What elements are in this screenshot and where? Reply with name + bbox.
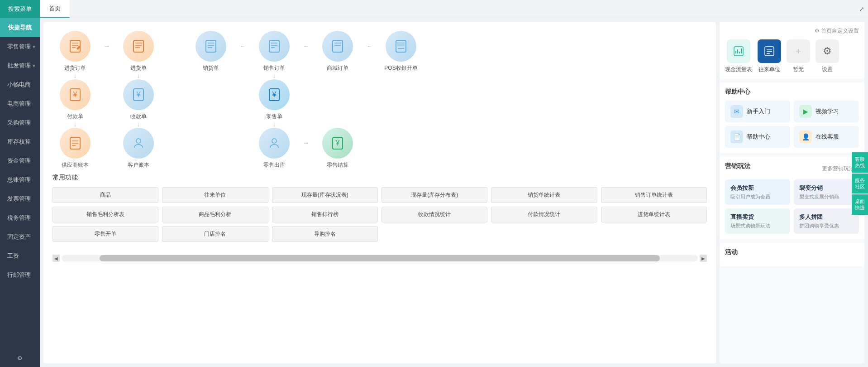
marketing-header: 营销玩法 更多营销玩法 > (725, 162, 859, 175)
marketing-title-group: 多人拼团 (799, 213, 854, 221)
cashflow-icon (727, 39, 750, 63)
func-btn-purchase-stat[interactable]: 进货单统计表 (601, 207, 707, 222)
help-item-help[interactable]: 📄 帮助中心 (725, 126, 790, 148)
help-grid: ✉ 新手入门 ▶ 视频学习 📄 帮助中心 👤 (725, 101, 859, 148)
node-circle (60, 128, 91, 159)
video-icon: ▶ (799, 105, 812, 118)
node-customer-ledger[interactable]: 客户账本 (116, 128, 161, 169)
activity-section: 活动 (720, 243, 864, 266)
node-sales[interactable]: 销货单 (188, 31, 234, 72)
func-btn-stock1[interactable]: 现存量(库存状况表) (272, 187, 378, 203)
node-label: 销货单 (203, 64, 219, 72)
arrow-left-dashed: ← (234, 43, 252, 60)
node-label: POS收银开单 (384, 64, 417, 72)
func-btn-retail-order[interactable]: 零售开单 (52, 226, 158, 242)
sidebar-item-retail[interactable]: 零售管理 ▼ (0, 37, 40, 56)
node-mall-order[interactable]: 商城订单 (315, 31, 360, 72)
node-retail-order[interactable]: ¥ 零售单 (252, 79, 297, 121)
float-btn-support[interactable]: 客服热线 (852, 152, 868, 173)
sidebar-item-purchase[interactable]: 采购管理 (0, 113, 40, 132)
quick-icon-contacts[interactable]: 往来单位 (758, 39, 781, 73)
svg-text:¥: ¥ (272, 91, 277, 98)
sidebar-item-salary[interactable]: 工资 (0, 246, 40, 266)
help-item-beginner[interactable]: ✉ 新手入门 (725, 101, 790, 122)
node-purchase[interactable]: 进货单 (116, 31, 161, 72)
scroll-right-btn[interactable]: ▶ (700, 255, 707, 262)
marketing-item-fission[interactable]: 裂变分销 裂变式发展分销商 (794, 179, 859, 205)
svg-rect-8 (206, 40, 216, 52)
func-btn-payment-stat[interactable]: 付款情况统计 (491, 207, 597, 222)
node-label: 商城订单 (327, 64, 348, 72)
func-btn-profit1[interactable]: 销售毛利分析表 (52, 207, 158, 222)
contacts-label: 往来单位 (758, 66, 780, 73)
svg-rect-16 (333, 40, 343, 52)
home-customize-btn[interactable]: ⚙ 首页自定义设置 (725, 27, 859, 35)
node-circle (196, 31, 226, 62)
sidebar-item-invoice[interactable]: 发票管理 (0, 189, 40, 208)
marketing-title-member: 会员拉新 (730, 184, 785, 192)
activity-title: 活动 (725, 248, 859, 256)
node-supplier-ledger[interactable]: 供应商账本 (52, 128, 98, 169)
chevron-icon: ▼ (32, 63, 36, 68)
marketing-grid: 会员拉新 吸引用户成为会员 裂变分销 裂变式发展分销商 直播卖货 场景式购物新玩… (725, 179, 859, 234)
marketing-desc-member: 吸引用户成为会员 (730, 193, 785, 200)
func-btn-product[interactable]: 商品 (52, 187, 158, 203)
scroll-left-btn[interactable]: ◀ (52, 255, 60, 262)
svg-rect-0 (70, 40, 80, 52)
svg-rect-20 (397, 42, 405, 46)
node-pos[interactable]: POS收银开单 (378, 31, 424, 72)
node-receipt[interactable]: ¥ 收款单 (116, 79, 161, 121)
marketing-item-group[interactable]: 多人拼团 拼团购物享受优惠 (794, 208, 859, 234)
marketing-title-live: 直播卖货 (730, 213, 785, 221)
node-circle: ¥ (60, 79, 91, 110)
float-btn-community[interactable]: 服务社区 (852, 174, 868, 194)
node-retail-settle[interactable]: ¥ 零售结算 (315, 128, 360, 169)
func-btn-stock2[interactable]: 现存量(库存分布表) (382, 187, 487, 203)
func-btn-sales-stat[interactable]: 销货单统计表 (491, 187, 597, 203)
sidebar-item-ecommerce[interactable]: 电商管理 (0, 94, 40, 113)
scroll-track[interactable] (62, 255, 698, 261)
marketing-desc-group: 拼团购物享受优惠 (799, 222, 854, 229)
sidebar-item-postal[interactable]: 行邮管理 (0, 266, 40, 285)
svg-rect-4 (134, 40, 143, 52)
float-buttons: 客服热线 服务社区 桌面快捷 (852, 152, 868, 215)
quick-icon-none[interactable]: + 暂无 (787, 39, 810, 73)
node-payment[interactable]: ¥ 付款单 (52, 79, 98, 121)
sidebar-item-fixed-asset[interactable]: 固定资产 (0, 227, 40, 246)
arrow-h: → (98, 42, 116, 61)
svg-rect-12 (269, 40, 279, 52)
sidebar-item-finance[interactable]: 资金管理 (0, 151, 40, 170)
quick-icon-cashflow[interactable]: 现金流量表 (725, 39, 752, 73)
common-functions: 常用功能 商品 往来单位 现存量(库存状况表) 现存量(库存分布表) 销货单统计… (43, 174, 716, 255)
expand-icon[interactable]: ⤢ (859, 5, 864, 13)
func-btn-guide-rank[interactable]: 导购排名 (272, 226, 378, 242)
node-circle: ¥ (123, 79, 154, 110)
node-retail-out[interactable]: 零售出库 (252, 128, 297, 169)
arrow-left-dashed2: ← (297, 43, 315, 60)
sidebar-item-ledger[interactable]: 总账管理 (0, 170, 40, 189)
float-btn-desktop[interactable]: 桌面快捷 (852, 194, 868, 215)
node-label: 进货单 (130, 64, 147, 72)
func-btn-receipt-stat[interactable]: 收款情况统计 (382, 207, 487, 222)
sidebar-item-ecommerce-small[interactable]: 小畅电商 (0, 75, 40, 94)
sidebar-settings-btn[interactable]: ⚙ (0, 349, 40, 367)
sidebar-item-tax[interactable]: 税务管理 (0, 208, 40, 227)
help-item-support[interactable]: 👤 在线客服 (794, 126, 859, 148)
marketing-item-live[interactable]: 直播卖货 场景式购物新玩法 (725, 208, 790, 234)
node-purchase-order[interactable]: 进货订单 (52, 31, 98, 72)
func-btn-sales-order-stat[interactable]: 销售订单统计表 (601, 187, 707, 203)
marketing-item-member[interactable]: 会员拉新 吸引用户成为会员 (725, 179, 790, 205)
help-item-video[interactable]: ▶ 视频学习 (794, 101, 859, 122)
tab-home[interactable]: 首页 (40, 0, 70, 18)
quick-icon-settings[interactable]: ⚙ 设置 (816, 39, 839, 73)
func-btn-rank[interactable]: 销售排行榜 (272, 207, 378, 222)
cashflow-label: 现金流量表 (725, 66, 752, 73)
sidebar-item-inventory[interactable]: 库存核算 (0, 132, 40, 151)
func-btn-profit2[interactable]: 商品毛利分析 (162, 207, 268, 222)
search-menu-btn[interactable]: 搜索菜单 (0, 0, 40, 18)
func-btn-store-rank[interactable]: 门店排名 (162, 226, 268, 242)
node-sales-order[interactable]: 销售订单 (252, 31, 297, 72)
func-btn-contacts[interactable]: 往来单位 (162, 187, 268, 203)
sidebar-item-wholesale[interactable]: 批发管理 ▼ (0, 56, 40, 75)
arrow-right-dashed: → (297, 140, 315, 157)
